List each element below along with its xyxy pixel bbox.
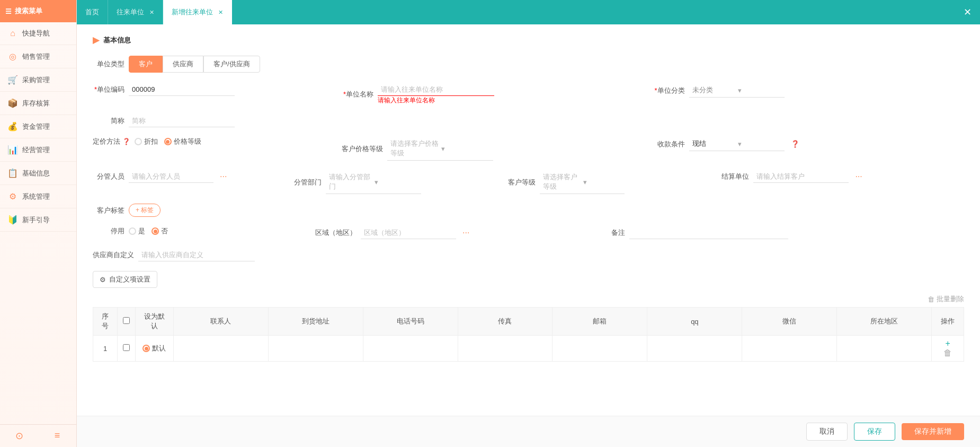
settlement-dots-btn[interactable]: ··· (855, 172, 862, 181)
tab-new-counterpart[interactable]: 新增往来单位 ✕ (163, 0, 232, 24)
section-title: 基本信息 (103, 36, 131, 45)
row-actions: + 🗑 (932, 336, 964, 362)
sidebar-item-purchase[interactable]: 🛒 采购管理 (0, 68, 76, 92)
remark-field: 备注 (593, 226, 964, 239)
tab-counterpart-close[interactable]: ✕ (149, 9, 154, 16)
disabled-no[interactable]: 否 (152, 226, 168, 236)
custom-settings-btn[interactable]: ⚙ 自定义项设置 (93, 271, 157, 288)
manager-dots-btn[interactable]: ··· (220, 172, 227, 181)
settlement-unit-label: 结算单位 (717, 172, 749, 181)
sidebar-search[interactable]: ☰ 搜索菜单 (0, 0, 76, 22)
pricing-radio-price-level[interactable]: 价格等级 (164, 137, 201, 146)
customer-price-level-select[interactable]: 请选择客户价格等级 ▾ (387, 137, 493, 161)
search-icon: ☰ (5, 7, 12, 15)
unit-type-group: 客户 供应商 客户/供应商 (129, 56, 260, 73)
supplier-custom-input[interactable] (138, 249, 255, 261)
tab-new-counterpart-close[interactable]: ✕ (218, 9, 223, 16)
fax-input[interactable] (464, 345, 547, 353)
sidebar-item-system[interactable]: ⚙ 系统管理 (0, 185, 76, 208)
batch-delete-btn[interactable]: 🗑 批量删除 (928, 294, 964, 304)
row-select-checkbox[interactable] (123, 344, 130, 351)
row-fax[interactable] (458, 336, 553, 362)
settlement-unit-input[interactable] (753, 170, 849, 183)
contact-input[interactable] (179, 345, 263, 353)
payment-question-icon[interactable]: ❓ (791, 140, 799, 148)
area-input[interactable] (842, 345, 926, 353)
sidebar-item-inventory[interactable]: 📦 库存核算 (0, 92, 76, 115)
sidebar-bottom-btn-left[interactable]: ⊙ (0, 425, 38, 447)
row-qq[interactable] (647, 336, 742, 362)
unit-name-error: 请输入往来单位名称 (378, 96, 494, 105)
save-button[interactable]: 保存 (854, 423, 895, 441)
pricing-question-icon[interactable]: ❓ (122, 138, 130, 145)
batch-delete-icon: 🗑 (928, 295, 934, 303)
footer: 取消 保存 保存并新增 (77, 416, 980, 447)
address-input[interactable] (274, 345, 358, 353)
tab-home[interactable]: 首页 (77, 0, 108, 24)
customer-level-field: 客户等级 请选择客户等级 ▾ (504, 170, 717, 194)
customer-tag-add-btn[interactable]: + 标签 (129, 204, 161, 217)
row-email[interactable] (553, 336, 647, 362)
disabled-field: 停用 是 否 (93, 226, 315, 236)
row-contact[interactable] (173, 336, 268, 362)
row-checkbox (118, 336, 136, 362)
del-row-btn[interactable]: 🗑 (943, 348, 952, 357)
short-name-input[interactable] (129, 115, 235, 127)
sidebar-item-operations[interactable]: 📊 经营管理 (0, 138, 76, 162)
table-header: 序号 设为默认 联系人 到货地址 电话号码 传真 邮箱 qq 微信 所在地区 操… (93, 308, 964, 336)
region-dots-btn[interactable]: ··· (462, 228, 469, 238)
department-select[interactable]: 请输入分管部门 ▾ (326, 170, 421, 194)
row-area[interactable] (837, 336, 932, 362)
short-name-label: 简称 (93, 116, 124, 126)
unit-code-input[interactable] (129, 83, 235, 96)
sidebar-item-quick-nav[interactable]: ⌂ 快捷导航 (0, 22, 76, 45)
pricing-label: 定价方法 ❓ (93, 137, 130, 146)
sales-icon: ◎ (7, 51, 18, 62)
customer-price-level-field: 客户价格等级 请选择客户价格等级 ▾ (342, 137, 653, 161)
tab-counterpart[interactable]: 往来单位 ✕ (108, 0, 163, 24)
remark-input[interactable] (629, 226, 788, 239)
qq-input[interactable] (653, 345, 736, 353)
manager-input[interactable] (129, 170, 213, 183)
purchase-icon: 🛒 (7, 75, 18, 85)
tabbar-close-btn[interactable]: ✕ (955, 6, 980, 18)
supplier-custom-field: 供应商自定义 (93, 249, 964, 261)
row-default-radio[interactable]: 默认 (141, 344, 168, 353)
type-btn-supplier[interactable]: 供应商 (163, 56, 203, 73)
customer-tag-label: 客户标签 (93, 206, 124, 215)
region-input[interactable] (361, 226, 456, 239)
type-btn-both[interactable]: 客户/供应商 (203, 56, 260, 73)
row-wechat[interactable] (742, 336, 837, 362)
wechat-input[interactable] (747, 345, 831, 353)
add-row-btn[interactable]: + (945, 339, 950, 348)
payment-terms-select[interactable]: 现结 ▾ (689, 137, 785, 151)
payment-terms-arrow: ▾ (738, 140, 781, 148)
sidebar-item-base-info[interactable]: 📋 基础信息 (0, 162, 76, 185)
row-phone[interactable] (363, 336, 458, 362)
select-all-checkbox[interactable] (123, 317, 130, 324)
disabled-yes[interactable]: 是 (129, 226, 145, 236)
table-row: 1 默认 (93, 336, 964, 362)
email-input[interactable] (558, 345, 642, 353)
save-new-button[interactable]: 保存并新增 (902, 423, 964, 440)
sidebar-item-guide[interactable]: 🔰 新手引导 (0, 208, 76, 232)
row-address[interactable] (268, 336, 363, 362)
cancel-button[interactable]: 取消 (806, 423, 848, 441)
unit-type-label: 单位类型 (93, 59, 124, 69)
customer-level-select[interactable]: 请选择客户等级 ▾ (540, 170, 625, 194)
sidebar-item-label: 采购管理 (22, 75, 50, 85)
pricing-radio-discount[interactable]: 折扣 (135, 137, 158, 146)
unit-name-input[interactable] (378, 83, 494, 96)
col-qq: qq (647, 308, 742, 336)
type-btn-customer[interactable]: 客户 (129, 56, 163, 73)
remark-label: 备注 (593, 228, 625, 238)
sidebar-item-sales[interactable]: ◎ 销售管理 (0, 45, 76, 68)
sidebar-bottom-btn-right[interactable]: ≡ (38, 425, 76, 447)
short-name-field: 简称 (93, 115, 964, 127)
phone-input[interactable] (369, 345, 452, 353)
main-content: 首页 往来单位 ✕ 新增往来单位 ✕ ✕ ▶ 基本信息 单位类型 客户 供应商 (77, 0, 980, 447)
radio-price-level-label: 价格等级 (174, 137, 201, 146)
sidebar-item-finance[interactable]: 💰 资金管理 (0, 115, 76, 138)
col-phone: 电话号码 (363, 308, 458, 336)
unit-category-select[interactable]: 未分类 ▾ (689, 83, 785, 98)
